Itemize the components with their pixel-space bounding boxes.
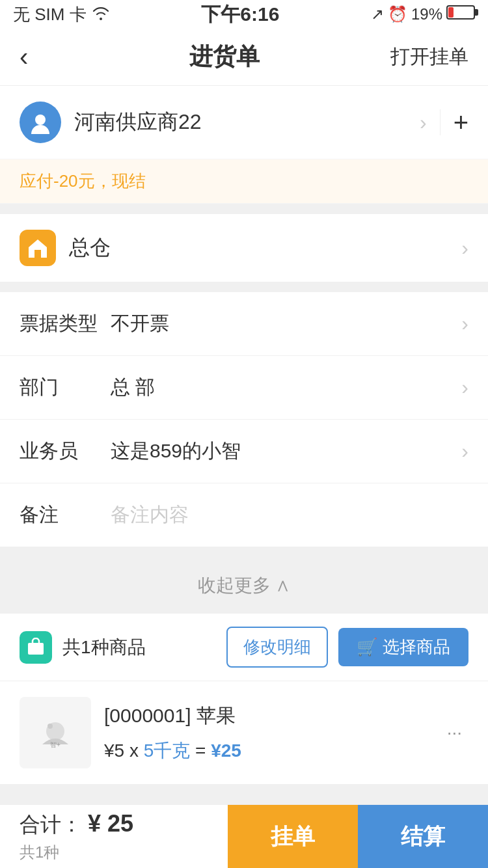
open-hold-button[interactable]: 打开挂单 [390, 44, 468, 70]
unit-price: ¥5 [104, 740, 124, 761]
warehouse-name: 总仓 [69, 234, 461, 262]
department-label: 部门 [20, 374, 111, 401]
supplier-name: 河南供应商22 [74, 108, 420, 137]
form-section: 票据类型 不开票 › 部门 总 部 › 业务员 这是859的小智 › 备注 备注… [0, 292, 488, 547]
department-chevron-icon: › [461, 375, 468, 400]
carrier-text: 无 SIM 卡 [13, 3, 87, 26]
settle-button[interactable]: 结算 [358, 805, 488, 868]
item-total: ¥25 [211, 740, 241, 761]
select-product-button[interactable]: 🛒 选择商品 [338, 628, 468, 666]
product-price-row: ¥5 x 5千克 = ¥25 [104, 739, 441, 763]
multiply-sign: x [129, 740, 144, 761]
invoice-row[interactable]: 票据类型 不开票 › [0, 292, 488, 356]
svg-rect-2 [28, 643, 44, 655]
collapse-row[interactable]: 收起更多 ∧ [0, 558, 488, 614]
invoice-label: 票据类型 [20, 310, 111, 337]
edit-detail-button[interactable]: 修改明细 [226, 627, 328, 668]
status-bar: 无 SIM 卡 下午6:16 ↗ ⏰ 19% [0, 0, 488, 29]
collapse-label: 收起更多 ∧ [198, 573, 291, 598]
total-main: 合计： ¥ 25 [20, 810, 228, 839]
products-icon [20, 631, 52, 664]
quantity: 5千克 [144, 740, 191, 761]
department-value: 总 部 [111, 374, 461, 401]
product-name: [0000001] 苹果 [104, 703, 441, 729]
svg-point-0 [35, 115, 46, 125]
footer-total: 合计： ¥ 25 共1种 [0, 805, 228, 868]
supplier-section: 河南供应商22 › + 应付-20元，现结 [0, 86, 488, 204]
battery-percent: 19% [411, 5, 442, 23]
total-sub: 共1种 [20, 842, 228, 863]
products-count: 共1种商品 [62, 635, 226, 660]
main-content: 河南供应商22 › + 应付-20元，现结 总仓 › 票据类型 不开票 › [0, 86, 488, 859]
time-display: 下午6:16 [201, 1, 279, 28]
product-info: [0000001] 苹果 ¥5 x 5千克 = ¥25 [104, 703, 441, 763]
notice-row: 应付-20元，现结 [0, 159, 488, 204]
back-button[interactable]: ‹ [20, 42, 59, 72]
status-left: 无 SIM 卡 [13, 3, 110, 26]
remark-label: 备注 [20, 502, 111, 528]
select-product-label: 选择商品 [383, 636, 450, 658]
hold-button[interactable]: 挂单 [228, 805, 358, 868]
salesperson-label: 业务员 [20, 438, 111, 465]
product-item: 智+ [0000001] 苹果 ¥5 x 5千克 = ¥25 ··· [0, 681, 488, 785]
remark-row[interactable]: 备注 备注内容 [0, 483, 488, 547]
product-thumbnail: 智+ [20, 697, 91, 768]
svg-point-4 [47, 724, 53, 729]
nav-bar: ‹ 进货单 打开挂单 [0, 29, 488, 86]
alarm-icon: ⏰ [388, 5, 407, 23]
cart-icon: 🛒 [357, 637, 377, 657]
warehouse-chevron-icon: › [461, 236, 468, 260]
equals-sign: = [195, 740, 211, 761]
page-title: 进货单 [189, 41, 260, 73]
product-code: [0000001] [104, 705, 191, 726]
vertical-divider [440, 109, 441, 135]
products-header: 共1种商品 修改明细 🛒 选择商品 [0, 614, 488, 681]
warehouse-icon [20, 230, 56, 266]
warehouse-section: 总仓 › [0, 214, 488, 282]
more-button[interactable]: ··· [441, 716, 468, 750]
supplier-avatar [20, 102, 61, 143]
svg-rect-1 [34, 250, 41, 258]
invoice-chevron-icon: › [461, 312, 468, 336]
supplier-chevron-icon: › [420, 111, 427, 135]
remark-input[interactable]: 备注内容 [111, 502, 468, 528]
department-row[interactable]: 部门 总 部 › [0, 356, 488, 420]
status-right: ↗ ⏰ 19% [371, 5, 475, 23]
product-title: 苹果 [197, 705, 236, 726]
warehouse-row[interactable]: 总仓 › [0, 214, 488, 282]
salesperson-chevron-icon: › [461, 439, 468, 463]
footer: 合计： ¥ 25 共1种 挂单 结算 [0, 804, 488, 868]
add-button[interactable]: + [454, 108, 468, 137]
total-label: 合计： [20, 813, 82, 836]
wifi-icon [92, 5, 110, 25]
invoice-value: 不开票 [111, 310, 461, 337]
salesperson-value: 这是859的小智 [111, 438, 461, 465]
total-amount: ¥ 25 [88, 810, 133, 837]
supplier-row[interactable]: 河南供应商22 › + [0, 86, 488, 159]
salesperson-row[interactable]: 业务员 这是859的小智 › [0, 420, 488, 483]
location-icon: ↗ [371, 5, 384, 23]
battery-icon [446, 5, 475, 23]
products-section: 共1种商品 修改明细 🛒 选择商品 智+ [0000001] 苹果 [0, 614, 488, 785]
svg-text:智+: 智+ [50, 741, 61, 748]
